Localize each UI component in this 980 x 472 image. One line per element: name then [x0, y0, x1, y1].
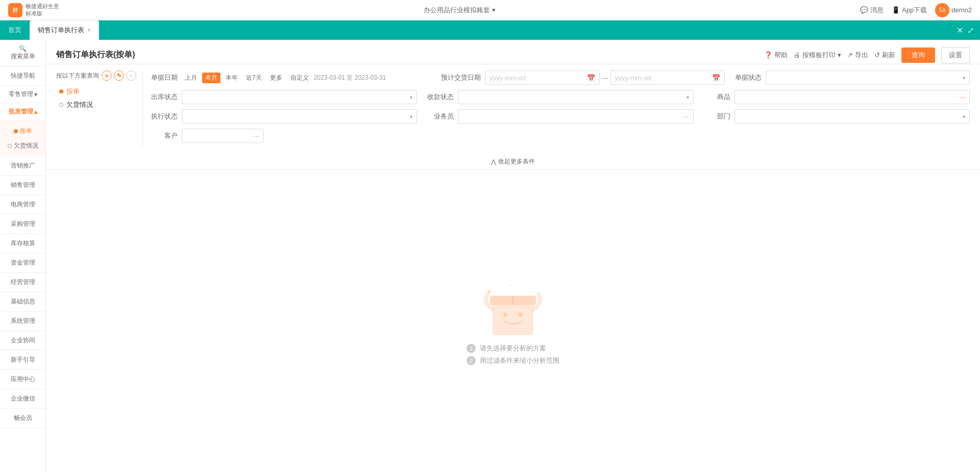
step-2-num: 2 — [467, 356, 476, 365]
expected-delivery-range: yyyy-mm-dd 📅 — yyyy-mm-dd 📅 — [485, 70, 725, 85]
export-icon: ↗ — [847, 51, 853, 59]
user-profile[interactable]: Ea demo2 — [935, 3, 972, 17]
sidebar-item-system[interactable]: 系统管理 — [0, 312, 45, 331]
collapse-scheme-button[interactable]: « — [126, 70, 136, 81]
empty-state: ✦ ✦ ✦ 1 请先选择要分析的方案 — [467, 276, 559, 365]
sidebar-item-app-center[interactable]: 应用中心 — [0, 370, 45, 389]
sidebar-item-marketing[interactable]: 营销推广 — [0, 156, 45, 176]
help-icon: ❓ — [764, 51, 772, 59]
sidebar-search[interactable]: 🔍 搜索菜单 — [0, 40, 45, 66]
exec-status-select[interactable]: ▾ — [182, 109, 417, 124]
scheme-item-bydan[interactable]: 按单 — [56, 85, 136, 98]
message-button[interactable]: 💬 消息 — [860, 6, 884, 15]
empty-steps: 1 请先选择要分析的方案 2 用过滤条件来缩小分析范围 — [467, 344, 559, 365]
step-1-num: 1 — [467, 344, 476, 353]
expected-end-date[interactable]: yyyy-mm-dd 📅 — [610, 70, 725, 85]
sidebar-item-wholesale[interactable]: 批发管理 ▴ — [0, 103, 45, 121]
filter-row-1: 单据日期 上月 本月 本年 近7天 更多 自定义 2023-03-01 至 20… — [149, 70, 970, 85]
industry-select[interactable]: 办公用品行业模拟账套 ▾ — [424, 6, 496, 15]
window-maximize-icon[interactable]: ⤢ — [967, 26, 974, 35]
empty-step-1: 1 请先选择要分析的方案 — [467, 344, 559, 353]
refresh-button[interactable]: ↺ 刷新 — [874, 51, 895, 60]
app-download-button[interactable]: 📱 App下载 — [892, 6, 927, 15]
svg-text:✦: ✦ — [532, 293, 536, 299]
date-tabs: 上月 本月 本年 近7天 更多 自定义 — [182, 73, 312, 83]
sidebar-item-finance[interactable]: 资金管理 — [0, 253, 45, 273]
department-arrow-icon: ▾ — [963, 114, 965, 120]
help-button[interactable]: ❓ 帮助 — [764, 51, 788, 60]
date-tab-this-month[interactable]: 本月 — [202, 73, 220, 83]
logo-area: 好 畅捷通好生意 标准版 — [8, 3, 59, 17]
tab-home[interactable]: 首页 — [0, 20, 30, 40]
empty-illustration: ✦ ✦ ✦ — [477, 276, 549, 338]
filter-row-3: 执行状态 ▾ 业务员 ··· 部门 — [149, 109, 970, 124]
svg-rect-0 — [493, 302, 533, 335]
product-select[interactable]: ··· — [734, 90, 970, 104]
collection-status-select[interactable]: ▾ — [458, 90, 693, 104]
expected-start-date[interactable]: yyyy-mm-dd 📅 — [485, 70, 600, 85]
sidebar-quick-nav[interactable]: 快捷导航 — [0, 66, 45, 86]
date-tab-this-year[interactable]: 本年 — [223, 73, 241, 83]
filter-customer: 客户 ··· — [149, 129, 264, 143]
date-tab-custom[interactable]: 自定义 — [287, 73, 312, 83]
tab-active[interactable]: 销售订单执行表 × — [30, 20, 99, 40]
sidebar-item-sales[interactable]: 销售管理 — [0, 176, 45, 195]
bill-status-select[interactable]: ▾ — [766, 70, 970, 85]
data-content: ✦ ✦ ✦ 1 请先选择要分析的方案 — [46, 170, 980, 472]
message-icon: 💬 — [860, 6, 868, 14]
sidebar-item-member[interactable]: 畅会员 — [0, 409, 45, 428]
page-header: 销售订单执行表(按单) ❓ 帮助 🖨 按模板打印 ▾ ↗ 导出 ↺ 刷新 — [46, 40, 980, 64]
print-icon: 🖨 — [794, 51, 800, 59]
print-arrow-icon: ▾ — [838, 51, 841, 59]
filter-department: 部门 ▾ — [702, 109, 970, 124]
expected-delivery-label: 预计交货日期 — [441, 73, 481, 82]
top-bar-left: 好 畅捷通好生意 标准版 — [8, 3, 59, 17]
export-button[interactable]: ↗ 导出 — [847, 51, 868, 60]
settings-button[interactable]: 设置 — [941, 47, 970, 63]
add-scheme-button[interactable]: + — [102, 70, 112, 81]
date-tab-last-month[interactable]: 上月 — [182, 73, 200, 83]
calendar-icon-2: 📅 — [712, 74, 720, 82]
date-separator: — — [602, 74, 608, 82]
salesperson-select[interactable]: ··· — [458, 109, 693, 124]
sidebar-item-wechat[interactable]: 企业微信 — [0, 389, 45, 409]
filter-bill-status: 单据状态 ▾ — [733, 70, 970, 85]
customer-select[interactable]: ··· — [182, 129, 264, 143]
date-tab-more[interactable]: 更多 — [267, 73, 285, 83]
sidebar-sub-item-quhuo[interactable]: 欠货情况 — [2, 138, 43, 153]
sidebar-item-purchase[interactable]: 采购管理 — [0, 215, 45, 234]
window-close-icon[interactable]: ✕ — [957, 26, 963, 35]
tab-close-icon[interactable]: × — [87, 27, 91, 34]
sidebar-item-retail[interactable]: 零售管理 ▾ — [0, 86, 45, 103]
sidebar-item-operations[interactable]: 经营管理 — [0, 273, 45, 292]
top-bar-right: 💬 消息 📱 App下载 Ea demo2 — [860, 3, 972, 17]
svg-text:✦: ✦ — [508, 283, 511, 288]
department-label: 部门 — [702, 112, 730, 121]
salesperson-dots-icon[interactable]: ··· — [683, 112, 689, 121]
department-select[interactable]: ▾ — [734, 109, 970, 124]
filter-panel: 单据日期 上月 本月 本年 近7天 更多 自定义 2023-03-01 至 20… — [143, 70, 970, 148]
query-button[interactable]: 查询 — [901, 48, 935, 63]
date-tab-7days[interactable]: 近7天 — [243, 73, 265, 83]
collapse-bar[interactable]: ⋀ 收起更多条件 — [46, 154, 980, 170]
sidebar-item-enterprise[interactable]: 企业协同 — [0, 331, 45, 350]
svg-point-7 — [519, 313, 523, 317]
bill-status-label: 单据状态 — [733, 73, 762, 82]
print-button[interactable]: 🖨 按模板打印 ▾ — [794, 51, 841, 60]
sidebar-item-newbie[interactable]: 新手引导 — [0, 350, 45, 370]
date-range-text: 2023-03-01 至 2023-03-31 — [314, 74, 386, 82]
tab-bar: 首页 销售订单执行表 × ✕ ⤢ — [0, 20, 980, 40]
product-dots-icon[interactable]: ··· — [959, 93, 965, 101]
logo-text: 畅捷通好生意 标准版 — [26, 3, 59, 16]
sidebar-item-ecommerce[interactable]: 电商管理 — [0, 195, 45, 215]
inactive-dot-icon — [8, 144, 12, 148]
edit-scheme-button[interactable]: ✎ — [114, 70, 124, 81]
sidebar-sub-item-bydan[interactable]: 按单 — [2, 124, 43, 138]
scheme-item-quhuo[interactable]: 欠货情况 — [56, 98, 136, 111]
delivery-status-select[interactable]: ▾ — [182, 90, 417, 104]
sidebar-item-basic-info[interactable]: 基础信息 — [0, 292, 45, 312]
collection-arrow-icon: ▾ — [687, 95, 689, 100]
exec-arrow-icon: ▾ — [410, 114, 412, 120]
sidebar-item-inventory[interactable]: 库存核算 — [0, 234, 45, 253]
customer-dots-icon[interactable]: ··· — [254, 132, 260, 140]
